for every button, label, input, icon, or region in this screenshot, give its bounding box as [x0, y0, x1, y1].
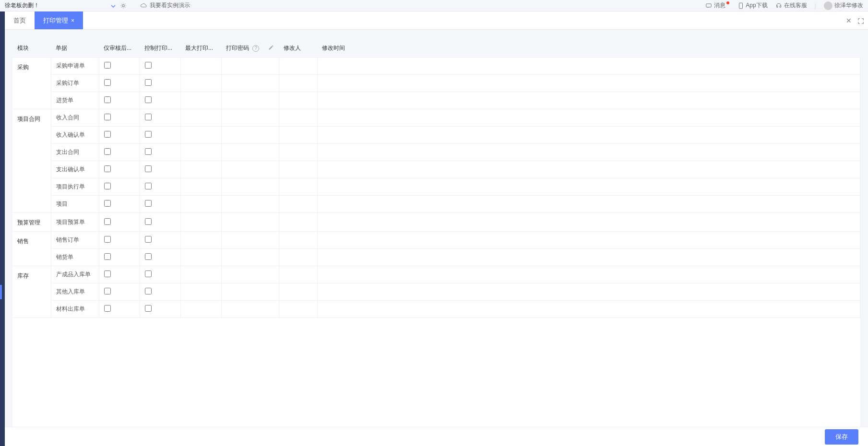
- notification-badge: [726, 1, 729, 4]
- online-service-link[interactable]: 在线客服: [775, 1, 807, 10]
- app-download-link[interactable]: App下载: [738, 1, 767, 10]
- message-icon: [705, 2, 712, 9]
- fullscreen-icon[interactable]: [857, 16, 864, 24]
- top-right-group: 消息 App下载 在线客服 | 徐泽华修改: [705, 1, 863, 10]
- close-all-icon[interactable]: ✕: [846, 17, 852, 24]
- messages-link[interactable]: 消息: [705, 1, 730, 10]
- svg-rect-0: [706, 3, 712, 7]
- messages-text: 消息: [714, 1, 725, 10]
- online-service-text: 在线客服: [784, 1, 807, 10]
- top-left-group: 徐老板勿删！ 我要看实例演示: [5, 1, 705, 10]
- demo-link[interactable]: 我要看实例演示: [140, 1, 190, 10]
- close-icon[interactable]: ×: [71, 17, 74, 24]
- headset-icon: [775, 2, 782, 9]
- phone-icon: [738, 2, 744, 9]
- chevron-down-icon[interactable]: [110, 2, 116, 9]
- user-menu[interactable]: 徐泽华修改: [824, 1, 863, 10]
- tab-home-label: 首页: [13, 16, 26, 25]
- gear-icon[interactable]: [120, 2, 127, 10]
- top-header: 徐老板勿删！ 我要看实例演示 消息 App下载 在线客服 |: [0, 0, 868, 12]
- cloud-icon: [140, 2, 148, 9]
- tab-print-label: 打印管理: [43, 16, 68, 25]
- tab-actions: ✕: [846, 12, 864, 29]
- avatar-icon: [824, 1, 832, 10]
- tab-home[interactable]: 首页: [5, 12, 35, 29]
- sidebar: [0, 12, 5, 30]
- company-dropdown-text[interactable]: 徐老板勿删！: [5, 1, 39, 10]
- tab-bar: 首页 打印管理 × ✕: [5, 12, 868, 30]
- demo-link-text: 我要看实例演示: [150, 1, 190, 10]
- username-text: 徐泽华修改: [834, 1, 863, 10]
- tab-print-management[interactable]: 打印管理 ×: [35, 12, 83, 29]
- svg-rect-1: [739, 3, 743, 9]
- app-download-text: App下载: [746, 1, 767, 10]
